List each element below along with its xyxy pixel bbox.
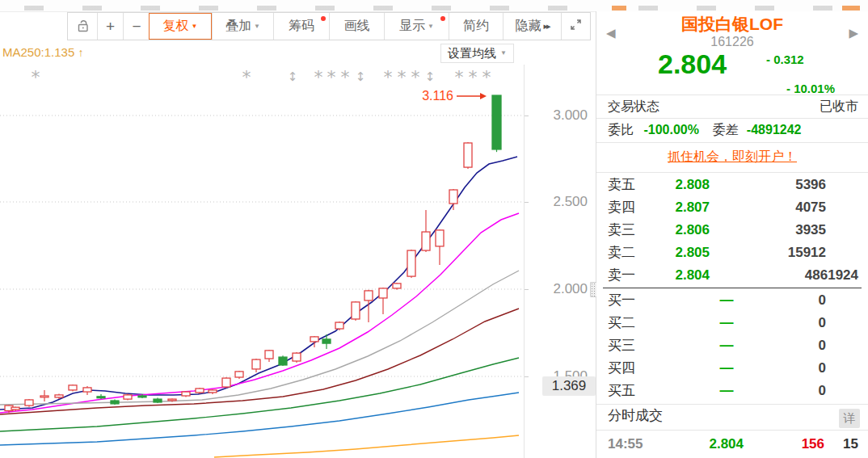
kline-chart-area: MA250:1.135 ↑ 设置均线 ▼ **↕***↕***↕***3.116… <box>0 39 596 458</box>
stock-app-window: + − 复权 ▼ 叠加 ▼ 筹码 画线 显示 ▼ 简约 隐藏 ▸▸ <box>0 0 868 458</box>
tape-detail-button[interactable]: 详 <box>839 409 860 428</box>
divider <box>596 118 868 119</box>
ma-indicator-row: MA250:1.135 ↑ 设置均线 ▼ <box>0 44 524 63</box>
event-marker-icon: * <box>384 67 393 87</box>
chips-label: 筹码 <box>289 18 314 35</box>
tape-title: 分时成交 <box>608 406 663 425</box>
toolbar-button-overlay[interactable]: 叠加 ▼ <box>212 13 273 40</box>
expand-icon <box>570 19 582 34</box>
status-label: 交易状态 <box>608 99 659 116</box>
ma-gray <box>0 271 519 405</box>
menu-text-fragments <box>638 6 841 11</box>
menu-text-fragment-orange <box>612 6 626 11</box>
hide-label: 隐藏 <box>515 18 541 35</box>
zoom-in-button[interactable]: + <box>97 13 123 40</box>
menu-text-fragments <box>24 6 582 11</box>
chart-toolbar: + − 复权 ▼ 叠加 ▼ 筹码 画线 显示 ▼ 简约 隐藏 ▸▸ <box>67 12 591 40</box>
toolbar-button-chips[interactable]: 筹码 <box>273 13 329 40</box>
event-marker-icon: * <box>411 67 420 87</box>
event-marker-icon: ↕ <box>356 69 366 84</box>
last-value-chip: 1.369 <box>542 376 596 396</box>
divider <box>596 430 868 431</box>
price-axis: 3.000 2.500 2.000 1.500 1.369 <box>525 39 596 458</box>
axis-label-2000: 2.000 <box>531 280 588 298</box>
axis-tick <box>525 202 529 203</box>
sell-row-4: 卖四 2.807 4075 <box>608 196 858 219</box>
candlestick-plot[interactable]: **↕***↕***↕***3.116 <box>0 65 524 458</box>
zoom-out-button[interactable]: − <box>123 13 150 40</box>
fullscreen-button[interactable] <box>561 13 590 40</box>
buy-row-5: 买五 — 0 <box>608 380 858 402</box>
tape-trade-row: 14:55 2.804 156 15 <box>608 433 858 456</box>
event-marker-icon: ↕ <box>425 69 436 84</box>
toolbar-button-display[interactable]: 显示 ▼ <box>384 13 449 40</box>
weibi-row: 委比 -100.00% 委差 -4891242 <box>608 122 862 139</box>
sell-row-1: 卖一 2.804 4861924 <box>608 264 858 287</box>
menu-text-fragment-orange <box>842 6 860 11</box>
chevron-down-icon: ▼ <box>254 23 260 30</box>
chevron-down-icon: ▼ <box>192 23 198 30</box>
event-marker-icon: * <box>341 67 350 87</box>
price-change: - 0.312 - 10.01% <box>766 53 835 96</box>
fuquan-label: 复权 <box>163 18 189 35</box>
annotation-price-label: 3.116 <box>422 89 453 103</box>
axis-label-3000: 3.000 <box>531 107 588 124</box>
event-marker-icon: * <box>32 67 40 87</box>
divider <box>596 95 868 95</box>
divider <box>596 404 868 405</box>
axis-tick <box>525 289 529 290</box>
drawline-label: 画线 <box>344 18 370 35</box>
minus-icon: − <box>132 18 141 36</box>
double-chevron-right-icon: ▸▸ <box>543 21 549 32</box>
lock-open-icon <box>76 18 90 36</box>
simple-label: 简约 <box>463 18 489 35</box>
weibi-value: -100.00% <box>643 123 699 137</box>
change-value: - 0.312 <box>766 53 804 66</box>
ma250-value: MA250:1.135 <box>2 45 74 59</box>
buy-row-3: 买三 — 0 <box>608 334 858 357</box>
overlay-label: 叠加 <box>225 18 251 35</box>
toolbar-button-drawline[interactable]: 画线 <box>329 13 384 40</box>
event-marker-icon: * <box>469 67 478 87</box>
lock-button[interactable] <box>68 13 97 40</box>
ma-settings-button[interactable]: 设置均线 ▼ <box>440 44 514 63</box>
weibi-label: 委比 <box>608 123 634 137</box>
buy-row-2: 买二 — 0 <box>608 312 858 334</box>
ma-blue <box>0 393 519 445</box>
clipped-menu-bar <box>0 0 868 12</box>
ma-indicator-label: MA250:1.135 ↑ <box>2 45 83 59</box>
axis-label-2500: 2.500 <box>531 193 588 211</box>
open-account-ad-link[interactable]: 抓住机会，即刻开户！ <box>596 149 868 166</box>
notification-dot-icon <box>321 16 326 21</box>
event-marker-icon: * <box>242 67 251 87</box>
ma250-orange <box>214 435 519 457</box>
weicha-value: -4891242 <box>747 123 802 137</box>
ma-settings-label: 设置均线 <box>448 46 496 61</box>
buy-row-4: 买四 — 0 <box>608 357 858 380</box>
trade-status-row: 交易状态 已收市 <box>608 99 858 116</box>
divider <box>596 172 868 173</box>
weicha-label: 委差 <box>712 123 738 137</box>
axis-tick <box>525 376 529 377</box>
toolbar-button-fuquan[interactable]: 复权 ▼ <box>149 13 212 40</box>
event-marker-icon: * <box>482 67 491 87</box>
event-marker-icon: * <box>398 67 407 87</box>
event-marker-icon: * <box>327 67 336 87</box>
annotation-arrow-icon <box>480 93 487 99</box>
sell-row-3: 卖三 2.806 3935 <box>608 219 858 242</box>
arrow-up-icon: ↑ <box>78 46 83 59</box>
toolbar-button-hide[interactable]: 隐藏 ▸▸ <box>503 13 561 40</box>
price-line <box>0 157 517 410</box>
sell-row-5: 卖五 2.808 5396 <box>608 174 858 196</box>
status-value: 已收市 <box>820 99 858 116</box>
divider <box>596 142 868 143</box>
chevron-down-icon: ▼ <box>428 23 434 30</box>
event-marker-icon: ↕ <box>288 69 298 84</box>
toolbar-button-simple[interactable]: 简约 <box>449 13 503 40</box>
notification-dot-icon <box>440 16 445 21</box>
event-marker-icon: * <box>314 67 323 87</box>
change-percent: - 10.01% <box>786 82 835 95</box>
axis-tick <box>525 116 529 116</box>
stock-code: 161226 <box>596 35 868 49</box>
display-label: 显示 <box>399 18 425 35</box>
